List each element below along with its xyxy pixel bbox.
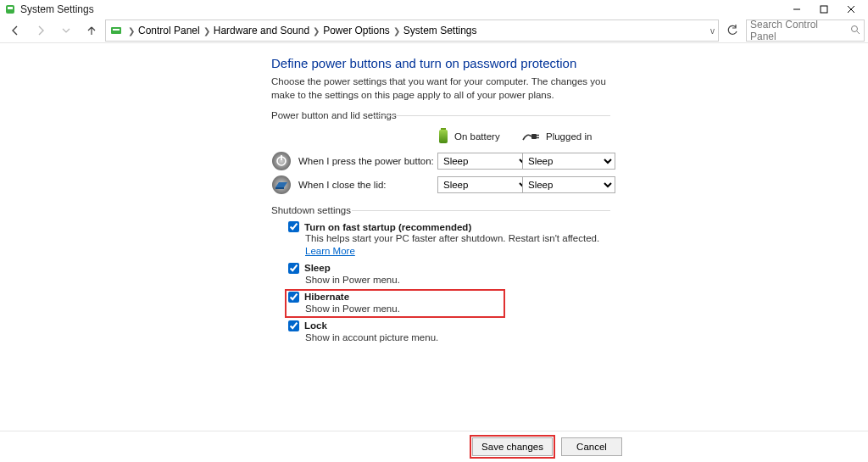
search-box[interactable]: Search Control Panel: [746, 19, 865, 42]
address-dropdown-icon[interactable]: v: [710, 26, 715, 36]
svg-point-15: [272, 152, 291, 170]
svg-rect-7: [113, 29, 120, 31]
lock-checkbox[interactable]: [288, 320, 299, 331]
shutdown-item-sub: Show in Power menu.: [305, 274, 609, 287]
search-placeholder: Search Control Panel: [750, 19, 847, 42]
chevron-right-icon: ❯: [203, 26, 210, 36]
row-label-text: When I press the power button:: [298, 156, 434, 166]
svg-rect-10: [441, 128, 446, 130]
shutdown-item-title: Hibernate: [304, 292, 349, 302]
main-content: Define power buttons and turn on passwor…: [271, 56, 610, 348]
column-header-plugged-label: Plugged in: [546, 131, 592, 142]
app-icon: [3, 3, 17, 16]
chevron-right-icon: ❯: [313, 26, 320, 36]
svg-rect-3: [821, 6, 827, 13]
maximize-button[interactable]: [810, 0, 837, 19]
fast-startup-checkbox[interactable]: [288, 221, 299, 232]
cancel-button[interactable]: Cancel: [561, 437, 622, 456]
up-button[interactable]: [80, 20, 103, 41]
column-header-battery: On battery: [437, 128, 522, 145]
svg-line-9: [857, 31, 860, 34]
shutdown-item-lock: Lock Show in account picture menu.: [287, 320, 610, 345]
back-button[interactable]: [3, 20, 27, 41]
shutdown-item-fast-startup: Turn on fast startup (recommended) This …: [287, 220, 610, 259]
section-label-power-button: Power button and lid settings: [271, 110, 610, 120]
svg-rect-1: [8, 7, 13, 9]
footer: Save changes Cancel: [0, 431, 868, 462]
column-header-battery-label: On battery: [454, 131, 500, 142]
control-panel-icon: [109, 24, 123, 37]
power-button-plugged-select[interactable]: Sleep: [522, 153, 615, 170]
shutdown-item-title: Turn on fast startup (recommended): [304, 222, 471, 232]
address-bar[interactable]: ❯ Control Panel ❯ Hardware and Sound ❯ P…: [105, 19, 719, 42]
minimize-button[interactable]: [783, 0, 810, 19]
close-lid-battery-select[interactable]: Sleep: [437, 176, 531, 193]
page-title: Define power buttons and turn on passwor…: [271, 56, 610, 70]
close-lid-plugged-select[interactable]: Sleep: [522, 176, 615, 193]
shutdown-item-sub: Show in account picture menu.: [305, 331, 609, 344]
breadcrumb-item[interactable]: Power Options: [323, 25, 390, 36]
shutdown-item-sub: Show in Power menu.: [305, 303, 502, 315]
row-label-close-lid: When I close the lid:: [271, 175, 437, 195]
breadcrumb-item[interactable]: System Settings: [403, 25, 477, 36]
forward-button[interactable]: [29, 20, 53, 41]
window-title: System Settings: [20, 3, 94, 15]
shutdown-item-hibernate: Hibernate Show in Power menu.: [287, 291, 504, 316]
close-button[interactable]: [837, 0, 865, 19]
power-button-icon: [271, 151, 292, 171]
shutdown-item-sub: This helps start your PC faster after sh…: [305, 232, 609, 258]
svg-rect-12: [531, 134, 537, 139]
chevron-right-icon: ❯: [393, 26, 400, 36]
shutdown-item-sleep: Sleep Show in Power menu.: [287, 262, 610, 287]
battery-icon: [437, 128, 449, 145]
section-label-shutdown: Shutdown settings: [271, 205, 610, 215]
svg-point-8: [852, 25, 858, 31]
svg-rect-11: [439, 130, 448, 143]
save-changes-button[interactable]: Save changes: [472, 437, 553, 456]
title-bar: System Settings: [0, 0, 868, 19]
search-icon: [850, 25, 860, 37]
recent-locations-button[interactable]: [54, 20, 78, 41]
breadcrumb-item[interactable]: Control Panel: [138, 25, 200, 36]
power-button-grid: On battery Plugged in When I press the p…: [302, 124, 610, 197]
refresh-button[interactable]: [721, 20, 744, 41]
plug-icon: [522, 131, 541, 142]
learn-more-link[interactable]: Learn More: [305, 246, 355, 256]
shutdown-settings-list: Turn on fast startup (recommended) This …: [287, 220, 610, 345]
shutdown-item-title: Lock: [304, 320, 327, 331]
row-label-power-button: When I press the power button:: [271, 151, 437, 171]
chevron-right-icon: ❯: [128, 26, 135, 36]
row-label-text: When I close the lid:: [298, 180, 387, 190]
shutdown-item-title: Sleep: [304, 263, 331, 273]
navigation-bar: ❯ Control Panel ❯ Hardware and Sound ❯ P…: [0, 19, 868, 42]
hibernate-checkbox[interactable]: [288, 292, 299, 303]
column-header-plugged: Plugged in: [522, 131, 632, 142]
lid-icon: [271, 175, 292, 195]
breadcrumb-item[interactable]: Hardware and Sound: [214, 25, 309, 36]
sleep-checkbox[interactable]: [288, 263, 299, 274]
power-button-battery-select[interactable]: Sleep: [437, 153, 531, 170]
page-description: Choose the power settings that you want …: [271, 75, 610, 102]
